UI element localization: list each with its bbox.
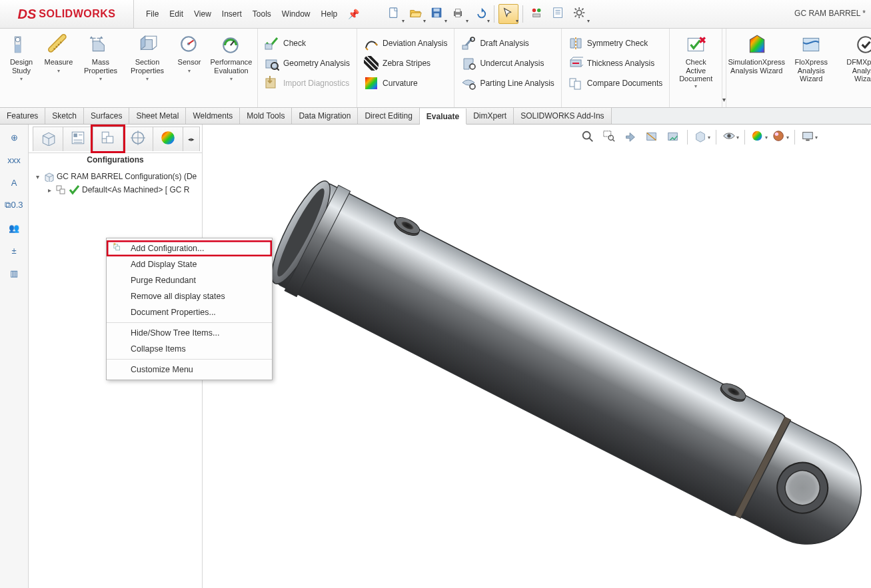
symmetry-check-button[interactable]: Symmetry Check <box>566 34 665 53</box>
dropdown-icon[interactable]: ▾ <box>516 18 518 24</box>
ctx-remove-display-states[interactable]: Remove all display states <box>107 288 272 304</box>
gutter-annotate-button[interactable]: xxx <box>6 152 22 167</box>
menu-edit[interactable]: Edit <box>169 9 183 19</box>
tree-root[interactable]: ▾ GC RAM BARREL Configuration(s) (De <box>34 170 199 183</box>
geometry-analysis-button[interactable]: Geometry Analysis <box>262 54 353 73</box>
curvature-button[interactable]: Curvature <box>361 74 450 93</box>
gutter-text-button[interactable]: A <box>6 175 22 190</box>
mass-properties-button[interactable]: MassProperties ▾ <box>79 31 123 82</box>
tree-root-label: GC RAM BARREL Configuration(s) (De <box>57 172 197 181</box>
gutter-orient-button[interactable]: ▥ <box>6 266 22 280</box>
menu-tools[interactable]: Tools <box>253 9 271 19</box>
compare-documents-button[interactable]: Compare Documents <box>566 74 665 93</box>
undercut-analysis-button[interactable]: Undercut Analysis <box>458 54 556 73</box>
gutter-dim-button[interactable]: ⧉0.3 <box>6 198 22 212</box>
thickness-analysis-button[interactable]: Thickness Analysis <box>566 54 665 73</box>
tab-sketch[interactable]: Sketch <box>45 108 84 124</box>
menu-items: File Edit View Insert Tools Window Help … <box>134 0 371 28</box>
tab-solidworks-add-ins[interactable]: SOLIDWORKS Add-Ins <box>514 108 611 124</box>
qat-save-button[interactable]: ▾ <box>427 4 447 24</box>
ribbon-group-wizards: SimulationXpressAnalysis Wizard FloXpres… <box>726 29 871 107</box>
panel-tab-property-manager[interactable] <box>63 127 93 151</box>
dropdown-icon[interactable]: ▾ <box>487 18 490 24</box>
deviation-analysis-button[interactable]: Deviation Analysis <box>361 34 450 53</box>
twisty-icon[interactable]: ▸ <box>46 186 53 194</box>
qat-print-button[interactable]: ▾ <box>448 4 468 24</box>
dropdown-icon[interactable]: ▾ <box>466 18 468 24</box>
dropdown-icon[interactable]: ▾ <box>188 68 191 74</box>
label: Curvature <box>383 79 418 88</box>
tab-features[interactable]: Features <box>0 108 45 124</box>
dfmxpress-button[interactable]: DFMXpressAnalysisWizard <box>840 31 871 83</box>
twisty-icon[interactable]: ▾ <box>34 173 41 180</box>
tab-data-migration[interactable]: Data Migration <box>292 108 358 124</box>
dropdown-icon[interactable]: ▾ <box>99 76 102 82</box>
dropdown-icon[interactable]: ▾ <box>423 18 426 24</box>
ctx-customize-menu[interactable]: Customize Menu <box>107 362 272 378</box>
qat-options-button[interactable]: ▾ <box>570 4 590 24</box>
gutter-tol-button[interactable]: ± <box>6 243 22 258</box>
tree-child[interactable]: ▸ Default<As Machined> [ GC R <box>34 183 199 196</box>
panel-tab-scroll[interactable]: ◂▸ <box>183 127 200 151</box>
qat-select-button[interactable]: ▾ <box>498 4 518 24</box>
print-icon <box>452 7 465 22</box>
ctx-document-properties[interactable]: Document Properties... <box>107 304 272 320</box>
performance-evaluation-button[interactable]: PerformanceEvaluation ▾ <box>209 31 253 82</box>
config-icon <box>100 130 116 148</box>
gutter-people-button[interactable]: 👥 <box>6 220 22 235</box>
section-properties-button[interactable]: SectionProperties ▾ <box>125 31 169 82</box>
graphics-viewport[interactable]: ▾ ▾ ▾ ▾ ▾ <box>203 125 871 588</box>
ctx-add-display-state[interactable]: Add Display State <box>107 256 272 272</box>
check-button[interactable]: Check <box>262 34 353 53</box>
dfmxpress-icon <box>855 34 871 55</box>
qat-new-button[interactable]: ▾ <box>385 4 405 24</box>
design-study-button[interactable]: DesignStudy ▾ <box>4 31 39 82</box>
ctx-hide-show-tree[interactable]: Hide/Show Tree Items... <box>107 325 272 341</box>
zebra-stripes-button[interactable]: Zebra Stripes <box>361 54 450 73</box>
tab-direct-editing[interactable]: Direct Editing <box>358 108 419 124</box>
quick-access-toolbar: ▾ ▾ ▾ ▾ ▾ ▾ <box>385 4 590 24</box>
menu-insert[interactable]: Insert <box>222 9 242 19</box>
dropdown-icon[interactable]: ▾ <box>20 76 23 82</box>
tab-dimxpert[interactable]: DimXpert <box>466 108 514 124</box>
sensor-icon <box>179 34 200 55</box>
panel-tab-feature-manager[interactable] <box>33 127 63 151</box>
floxpress-button[interactable]: FloXpressAnalysisWizard <box>785 31 837 83</box>
tab-weldments[interactable]: Weldments <box>186 108 240 124</box>
tab-surfaces[interactable]: Surfaces <box>84 108 129 124</box>
simxpress-button[interactable]: SimulationXpressAnalysis Wizard <box>730 31 782 75</box>
dropdown-icon[interactable]: ▾ <box>230 76 233 82</box>
gutter-feature-filter-button[interactable]: ⊕ <box>6 130 22 145</box>
dropdown-icon[interactable]: ▾ <box>444 18 447 24</box>
ctx-collapse-items[interactable]: Collapse Items <box>107 341 272 357</box>
menu-file[interactable]: File <box>146 9 159 19</box>
ribbon-group-mold: Draft Analysis Undercut Analysis Parting… <box>454 29 561 107</box>
dropdown-icon[interactable]: ▾ <box>146 76 149 82</box>
dropdown-icon[interactable]: ▾ <box>402 18 405 24</box>
qat-open-button[interactable]: ▾ <box>406 4 426 24</box>
menu-view[interactable]: View <box>194 9 211 19</box>
panel-tab-display-manager[interactable] <box>153 127 183 151</box>
sensor-button[interactable]: Sensor ▾ <box>172 31 207 74</box>
file-props-icon <box>552 7 565 22</box>
ctx-purge-redundant[interactable]: Purge Redundant <box>107 272 272 288</box>
check-active-document-button[interactable]: CheckActiveDocument ▾ <box>674 31 718 89</box>
panel-tab-configuration-manager[interactable] <box>93 127 123 151</box>
dropdown-icon[interactable]: ▾ <box>694 83 697 89</box>
tab-mold-tools[interactable]: Mold Tools <box>240 108 292 124</box>
menu-window[interactable]: Window <box>282 9 311 19</box>
ctx-add-configuration[interactable]: Add Configuration... <box>107 240 272 256</box>
dropdown-icon[interactable]: ▾ <box>57 68 60 74</box>
measure-button[interactable]: Measure ▾ <box>41 31 76 74</box>
tab-sheet-metal[interactable]: Sheet Metal <box>129 108 186 124</box>
tab-evaluate[interactable]: Evaluate <box>420 109 466 125</box>
draft-analysis-button[interactable]: Draft Analysis <box>458 34 556 53</box>
qat-file-props-button[interactable] <box>548 4 568 24</box>
qat-undo-button[interactable]: ▾ <box>470 4 490 24</box>
dropdown-icon[interactable]: ▾ <box>587 18 590 24</box>
qat-rebuild-button[interactable] <box>527 4 547 24</box>
panel-tab-dimxpert-manager[interactable] <box>123 127 153 151</box>
pin-icon[interactable]: 📌 <box>348 9 359 19</box>
menu-help[interactable]: Help <box>321 9 338 19</box>
parting-line-analysis-button[interactable]: Parting Line Analysis <box>458 74 556 93</box>
